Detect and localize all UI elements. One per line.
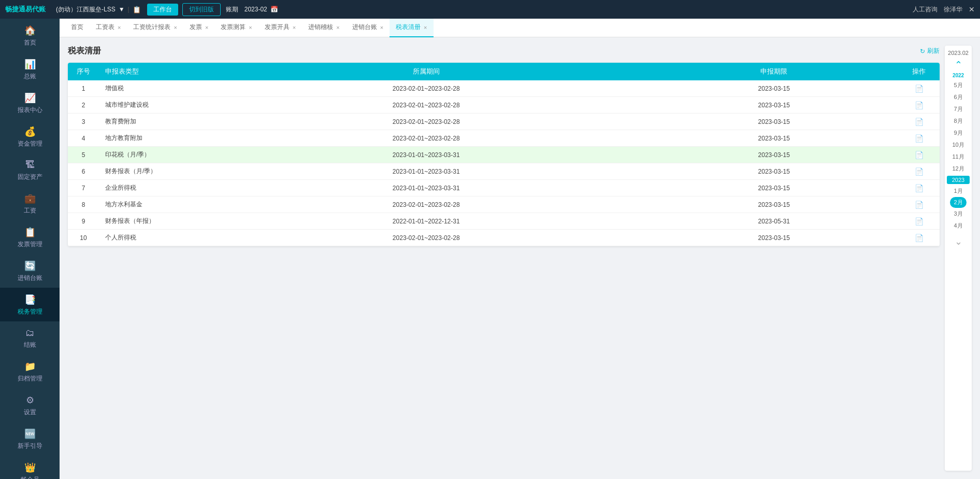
- sidebar-item-report-center[interactable]: 📈 报表中心: [0, 86, 60, 120]
- cell-seq: 10: [68, 230, 99, 246]
- tab-invoice-open[interactable]: 发票开具 ×: [258, 19, 302, 37]
- timeline-month-2023-4[interactable]: 4月: [945, 220, 972, 232]
- cell-seq: 4: [68, 130, 99, 147]
- chart-icon: 📊: [24, 59, 36, 70]
- action-view-icon[interactable]: 📄: [915, 101, 924, 109]
- action-view-icon[interactable]: 📄: [915, 151, 924, 159]
- cell-period: 2023-01-01~2023-03-31: [203, 147, 650, 163]
- cell-type: 增值税: [99, 80, 203, 97]
- col-period: 所属期间: [203, 63, 650, 80]
- table-row: 10 个人所得税 2023-02-01~2023-02-28 2023-03-1…: [68, 230, 940, 246]
- tab-invoice-open-close[interactable]: ×: [293, 24, 296, 31]
- timeline-month-2022-12[interactable]: 12月: [945, 163, 972, 175]
- payroll-icon: 💼: [24, 193, 36, 204]
- sidebar-label-archive-mgmt: 归档管理: [18, 374, 42, 383]
- timeline-down-button[interactable]: ⌄: [954, 235, 963, 248]
- cell-type: 地方水利基金: [99, 196, 203, 213]
- purchase-sale-icon: 🔄: [24, 260, 36, 272]
- cell-type: 财务报表（月/季）: [99, 163, 203, 180]
- timeline-up-button[interactable]: ⌃: [954, 58, 963, 72]
- timeline-month-2023-2[interactable]: 2月: [950, 197, 967, 208]
- action-view-icon[interactable]: 📄: [915, 234, 924, 242]
- tab-invoice-label: 发票: [190, 23, 202, 32]
- refresh-label: 刷新: [927, 47, 940, 55]
- workbench-button[interactable]: 工作台: [147, 4, 178, 16]
- tab-invoice[interactable]: 发票 ×: [183, 19, 214, 37]
- table-row: 2 城市维护建设税 2023-02-01~2023-02-28 2023-03-…: [68, 97, 940, 114]
- sidebar-item-archive-mgmt[interactable]: 📁 归档管理: [0, 355, 60, 388]
- sidebar-label-report-center: 报表中心: [18, 106, 42, 115]
- timeline-month-2022-5[interactable]: 5月: [945, 79, 972, 91]
- action-view-icon[interactable]: 📄: [915, 84, 924, 93]
- close-window-icon[interactable]: ✕: [969, 5, 975, 13]
- sidebar-item-member[interactable]: 👑 畅会员: [0, 456, 60, 479]
- sidebar-item-purchase-sale[interactable]: 🔄 进销台账: [0, 254, 60, 288]
- timeline-month-2023-1[interactable]: 1月: [945, 185, 972, 197]
- cell-deadline: 2023-03-15: [650, 230, 899, 246]
- sidebar-item-fund-mgmt[interactable]: 💰 资金管理: [0, 120, 60, 153]
- cell-seq: 1: [68, 80, 99, 97]
- tab-purchase-ledger-close[interactable]: ×: [380, 24, 383, 31]
- sidebar-label-new-guide: 新手引导: [18, 442, 42, 450]
- timeline-month-2023-3[interactable]: 3月: [945, 208, 972, 220]
- switch-old-button[interactable]: 切到旧版: [182, 3, 221, 16]
- action-view-icon[interactable]: 📄: [915, 184, 924, 192]
- tab-tax-clear[interactable]: 税表清册 ×: [390, 19, 433, 37]
- action-view-icon[interactable]: 📄: [915, 118, 924, 126]
- sidebar-item-payroll[interactable]: 💼 工资: [0, 187, 60, 220]
- cell-deadline: 2023-03-15: [650, 163, 899, 180]
- action-view-icon[interactable]: 📄: [915, 201, 924, 209]
- action-view-icon[interactable]: 📄: [915, 167, 924, 176]
- sidebar-label-member: 畅会员: [21, 475, 39, 479]
- tab-home[interactable]: 首页: [65, 19, 90, 37]
- tab-payroll-close[interactable]: ×: [118, 24, 121, 31]
- tab-invoice-query[interactable]: 发票测算 ×: [214, 19, 258, 37]
- cell-period: 2023-01-01~2023-03-31: [203, 163, 650, 180]
- timeline-month-2022-9[interactable]: 9月: [945, 127, 972, 139]
- sidebar-item-new-guide[interactable]: 🆕 新手引导: [0, 422, 60, 456]
- timeline-month-2022-11[interactable]: 11月: [945, 151, 972, 163]
- action-view-icon[interactable]: 📄: [915, 217, 924, 226]
- tab-purchase-ledger[interactable]: 进销台账 ×: [346, 19, 390, 37]
- timeline-month-2022-10[interactable]: 10月: [945, 139, 972, 151]
- sidebar-item-fixed-assets[interactable]: 🏗 固定资产: [0, 153, 60, 187]
- sidebar-item-settlement[interactable]: 🗂 结账: [0, 321, 60, 355]
- tab-home-label: 首页: [71, 23, 83, 32]
- cell-type: 印花税（月/季）: [99, 147, 203, 163]
- tab-invoice-close[interactable]: ×: [205, 24, 208, 31]
- member-icon: 👑: [24, 462, 36, 473]
- tab-payroll-stat-close[interactable]: ×: [174, 24, 177, 31]
- calendar-icon[interactable]: 📅: [270, 6, 278, 13]
- cell-type: 城市维护建设税: [99, 97, 203, 114]
- tab-invoice-query-close[interactable]: ×: [249, 24, 252, 31]
- tab-purchase-check[interactable]: 进销稽核 ×: [302, 19, 345, 37]
- timeline-month-2022-7[interactable]: 7月: [945, 103, 972, 115]
- sidebar-item-general-ledger[interactable]: 📊 总账: [0, 52, 60, 86]
- timeline-month-2022-8[interactable]: 8月: [945, 115, 972, 127]
- cell-type: 教育费附加: [99, 114, 203, 130]
- tab-tax-clear-close[interactable]: ×: [424, 24, 427, 31]
- cell-period: 2023-02-01~2023-02-28: [203, 130, 650, 147]
- tab-payroll-label: 工资表: [96, 23, 114, 32]
- user-name[interactable]: 徐泽华: [944, 5, 962, 14]
- page-title-row: 税表清册 ↻ 刷新: [68, 46, 940, 57]
- cell-deadline: 2023-05-31: [650, 213, 899, 230]
- fund-icon: 💰: [24, 126, 36, 137]
- tab-purchase-check-close[interactable]: ×: [336, 24, 339, 31]
- cell-action: 📄: [898, 114, 940, 130]
- company-dropdown[interactable]: ▼: [119, 6, 125, 13]
- ai-consult[interactable]: 人工咨询: [913, 5, 938, 14]
- tab-payroll-stat[interactable]: 工资统计报表 ×: [127, 19, 183, 37]
- timeline-month-2022-6[interactable]: 6月: [945, 91, 972, 103]
- cell-deadline: 2023-03-15: [650, 147, 899, 163]
- sidebar-item-invoice-mgmt[interactable]: 📋 发票管理: [0, 220, 60, 254]
- tab-payroll[interactable]: 工资表 ×: [90, 19, 127, 37]
- sidebar-item-settings[interactable]: ⚙ 设置: [0, 388, 60, 422]
- action-view-icon[interactable]: 📄: [915, 134, 924, 143]
- cell-seq: 9: [68, 213, 99, 230]
- sidebar-item-tax-mgmt[interactable]: 📑 税务管理: [0, 288, 60, 321]
- refresh-button[interactable]: ↻ 刷新: [920, 47, 940, 55]
- col-action: 操作: [898, 63, 940, 80]
- cell-type: 企业所得税: [99, 180, 203, 196]
- sidebar-item-home[interactable]: 🏠 首页: [0, 19, 60, 52]
